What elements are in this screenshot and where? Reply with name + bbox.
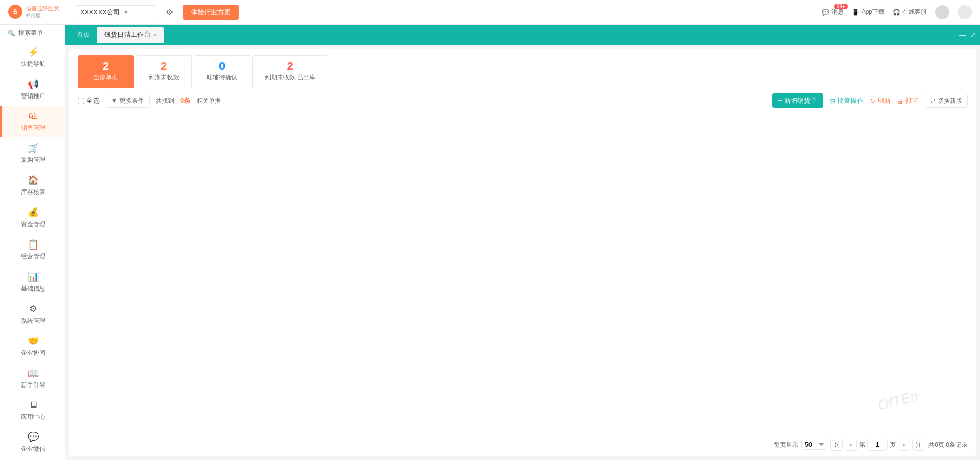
marketing-icon: 📢 bbox=[28, 79, 39, 90]
app-label: App下载 bbox=[862, 8, 885, 16]
avatar2[interactable] bbox=[958, 5, 972, 19]
stat-tab-shipped[interactable]: 2 到期未收款 已出库 bbox=[252, 55, 328, 88]
tab-close-icon[interactable]: × bbox=[154, 32, 157, 38]
batch-label: 批量操作 bbox=[837, 96, 864, 105]
sidebar-item-apps[interactable]: 🖥 应用中心 bbox=[0, 395, 65, 426]
sidebar-item-system[interactable]: ⚙ 系统管理 bbox=[0, 298, 65, 330]
stat-tab-all[interactable]: 2 全部单据 bbox=[78, 55, 134, 88]
stat-label-shipped: 到期未收款 已出库 bbox=[265, 73, 315, 82]
next-page-button[interactable]: ＞ bbox=[898, 439, 910, 451]
footer-pagination: 每页显示 50 20 100 ⟨⟨ ＜ 第 页 ＞ bbox=[69, 433, 976, 456]
page-label: 第 bbox=[859, 441, 865, 449]
sidebar-label-system: 系统管理 bbox=[21, 317, 45, 325]
select-all-checkbox[interactable]: 全选 bbox=[78, 96, 100, 105]
sidebar-item-quick-nav[interactable]: ⚡ 快捷导航 bbox=[0, 41, 65, 74]
found-prefix: 共找到 bbox=[156, 96, 174, 105]
per-page-select[interactable]: 50 20 100 bbox=[801, 440, 826, 450]
toolbar: 全选 ▼ 更多条件 共找到 0条 相关单据 + 新增销货单 ⊞ 批量操作 bbox=[69, 88, 976, 113]
message-button[interactable]: 💬 消息 99+ bbox=[822, 8, 844, 16]
print-label: 打印 bbox=[905, 96, 919, 105]
sidebar-label-quick-nav: 快捷导航 bbox=[21, 60, 45, 68]
tab-bar: 首页 钱货日清工作台 × — ⤢ bbox=[65, 25, 980, 45]
tab-expand-icon[interactable]: ⤢ bbox=[970, 31, 976, 39]
logo-text-group: 畅捷通好生意 标准版 bbox=[26, 5, 59, 19]
sidebar-item-wechat[interactable]: 💬 企业微信 bbox=[0, 426, 65, 458]
sidebar: 🔍 搜索菜单 ⚡ 快捷导航 📢 营销推广 🛍 销售管理 🛒 采购管理 🏠 库存核… bbox=[0, 25, 65, 460]
sidebar-item-guide[interactable]: 📖 新手引导 bbox=[0, 362, 65, 395]
prev-page-button[interactable]: ＜ bbox=[845, 439, 857, 451]
search-menu-button[interactable]: 🔍 搜索菜单 bbox=[0, 25, 65, 41]
page-input[interactable] bbox=[867, 439, 888, 451]
avatar[interactable] bbox=[935, 5, 949, 19]
last-page-button[interactable]: ⟩⟩ bbox=[912, 439, 924, 451]
page-suffix: 页 bbox=[890, 441, 896, 449]
online-service-button[interactable]: 🎧 在线客服 bbox=[893, 8, 927, 16]
sidebar-item-purchase[interactable]: 🛒 采购管理 bbox=[0, 137, 65, 170]
sidebar-item-basics[interactable]: 📊 基础信息 bbox=[0, 266, 65, 298]
sidebar-item-inventory[interactable]: 🏠 库存核算 bbox=[0, 170, 65, 202]
print-icon: 🖨 bbox=[897, 97, 903, 105]
tab-workbench-label: 钱货日清工作台 bbox=[104, 30, 151, 39]
stat-num-wangpu: 0 bbox=[219, 60, 225, 73]
logo-icon: 6 bbox=[8, 5, 22, 19]
settings-button[interactable]: ⚙ bbox=[161, 4, 178, 20]
sidebar-label-purchase: 采购管理 bbox=[21, 156, 45, 164]
operations-icon: 📋 bbox=[28, 239, 39, 250]
guide-icon: 📖 bbox=[28, 368, 39, 379]
batch-operation-button[interactable]: ⊞ 批量操作 bbox=[829, 96, 864, 105]
switch-icon: ⇄ bbox=[930, 97, 936, 104]
app-download-button[interactable]: 📱 App下载 bbox=[852, 8, 885, 16]
trial-button[interactable]: 体验行业方案 bbox=[183, 5, 239, 20]
apps-icon: 🖥 bbox=[29, 400, 38, 410]
main-layout: 🔍 搜索菜单 ⚡ 快捷导航 📢 营销推广 🛍 销售管理 🛒 采购管理 🏠 库存核… bbox=[0, 25, 980, 460]
sidebar-label-basics: 基础信息 bbox=[21, 284, 45, 293]
sidebar-label-operations: 经营管理 bbox=[21, 252, 45, 261]
tab-home[interactable]: 首页 bbox=[69, 27, 97, 43]
search-menu-label: 搜索菜单 bbox=[18, 29, 43, 37]
sidebar-item-marketing[interactable]: 📢 营销推广 bbox=[0, 74, 65, 106]
main-content: 首页 钱货日清工作台 × — ⤢ 2 全部单据 bbox=[65, 25, 980, 460]
sidebar-label-apps: 应用中心 bbox=[21, 413, 45, 421]
logo-name: 畅捷通好生意 bbox=[26, 5, 59, 12]
table-area bbox=[69, 113, 976, 433]
dropdown-arrow-icon: ▼ bbox=[123, 9, 129, 15]
print-button[interactable]: 🖨 打印 bbox=[897, 96, 919, 105]
sidebar-label-sales: 销售管理 bbox=[21, 124, 45, 132]
stat-label-overdue: 到期未收款 bbox=[149, 73, 179, 82]
service-icon: 🎧 bbox=[893, 9, 900, 16]
switch-version-button[interactable]: ⇄ 切换新版 bbox=[925, 94, 968, 108]
stat-num-shipped: 2 bbox=[287, 60, 293, 73]
stat-label-all: 全部单据 bbox=[93, 73, 118, 82]
stat-num-all: 2 bbox=[103, 60, 109, 73]
header-right: 💬 消息 99+ 📱 App下载 🎧 在线客服 bbox=[822, 5, 972, 19]
sidebar-label-wechat: 企业微信 bbox=[21, 445, 45, 453]
inventory-icon: 🏠 bbox=[28, 175, 39, 186]
stat-num-overdue: 2 bbox=[161, 60, 167, 73]
purchase-icon: 🛒 bbox=[28, 142, 39, 154]
message-badge: 99+ bbox=[834, 4, 848, 9]
tab-home-label: 首页 bbox=[77, 30, 90, 39]
sidebar-item-operations[interactable]: 📋 经营管理 bbox=[0, 234, 65, 266]
top-header: 6 畅捷通好生意 标准版 XXXXXX公司 ▼ ⚙ 体验行业方案 💬 消息 99… bbox=[0, 0, 980, 25]
refresh-button[interactable]: ↻ 刷新 bbox=[870, 96, 891, 105]
enterprise-icon: 🤝 bbox=[28, 335, 39, 347]
select-all-input[interactable] bbox=[78, 98, 84, 104]
sidebar-item-finance[interactable]: 💰 资金管理 bbox=[0, 202, 65, 234]
stat-tab-wangpu[interactable]: 0 旺辅待确认 bbox=[194, 55, 250, 88]
stat-label-wangpu: 旺辅待确认 bbox=[207, 73, 237, 82]
tab-workbench[interactable]: 钱货日清工作台 × bbox=[97, 27, 164, 43]
sidebar-item-sales[interactable]: 🛍 销售管理 bbox=[0, 106, 65, 137]
stat-tab-overdue[interactable]: 2 到期未收款 bbox=[136, 55, 192, 88]
message-icon: 💬 bbox=[822, 9, 829, 16]
select-all-label: 全选 bbox=[86, 96, 100, 105]
sidebar-item-enterprise[interactable]: 🤝 企业协同 bbox=[0, 330, 65, 362]
finance-icon: 💰 bbox=[28, 207, 39, 218]
first-page-button[interactable]: ⟨⟨ bbox=[830, 439, 843, 451]
toolbar-right: + 新增销货单 ⊞ 批量操作 ↻ 刷新 🖨 打印 bbox=[772, 93, 968, 108]
tab-minimize-icon[interactable]: — bbox=[959, 31, 966, 39]
company-selector[interactable]: XXXXXX公司 ▼ bbox=[75, 5, 156, 19]
filter-button[interactable]: ▼ 更多条件 bbox=[106, 94, 150, 108]
sidebar-label-marketing: 营销推广 bbox=[21, 92, 45, 101]
add-sale-order-button[interactable]: + 新增销货单 bbox=[772, 93, 823, 108]
filter-label: 更多条件 bbox=[119, 96, 144, 105]
